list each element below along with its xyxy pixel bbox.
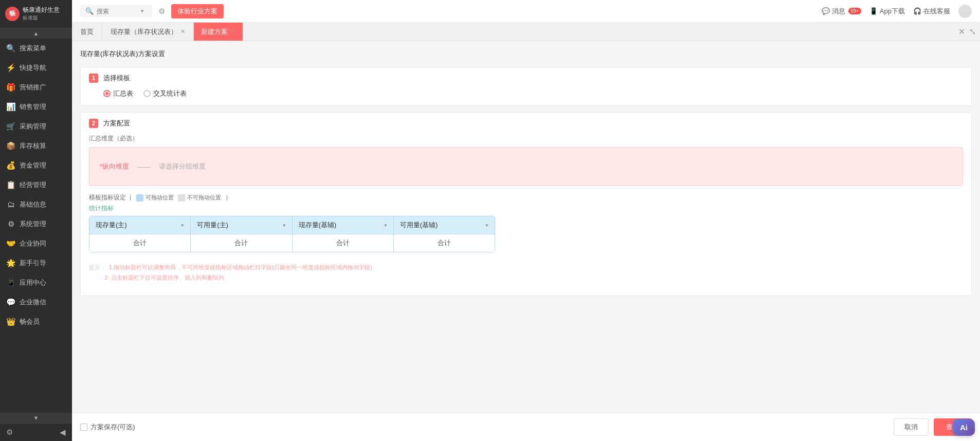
topbar-right: 💬 消息 99+ 📱 App下载 🎧 在线客服: [822, 5, 972, 18]
stats-col-1-label: 可用量(主): [197, 220, 228, 230]
search-menu-icon: 🔍: [6, 44, 15, 53]
logo-badge: 标准版: [23, 14, 60, 22]
user-avatar[interactable]: [958, 5, 972, 18]
radio-cross[interactable]: 交叉统计表: [143, 89, 187, 98]
cooperation-label: 企业协同: [20, 239, 46, 248]
stats-col-1-cell: 合计: [191, 234, 292, 252]
topbar-gear-icon[interactable]: ⚙: [158, 7, 165, 16]
section1-header: 1 选择模板: [81, 67, 971, 89]
tab-inventory-label: 现存量（库存状况表）: [111, 27, 177, 36]
hint-text-1: 提示： 1.拖动标题栏可以调整布局，不可跨维度或指标区域拖动栏目字段(只能在同一…: [89, 263, 963, 273]
stats-col-1-chevron[interactable]: ▾: [283, 222, 286, 229]
stats-col-0-header: 现存量(主) ▾: [89, 216, 190, 234]
purchase-label: 采购管理: [20, 122, 46, 131]
tab-new-scheme-close[interactable]: ✕: [231, 28, 235, 35]
section-template: 1 选择模板 汇总表 交叉统计表: [80, 67, 972, 106]
sidebar-item-finance[interactable]: 💰 资金管理: [0, 156, 72, 175]
save-checkbox[interactable]: [80, 424, 87, 431]
cancel-button[interactable]: 取消: [894, 418, 929, 436]
marketing-label: 营销推广: [20, 83, 46, 92]
tabs-right: ✕ ⤡: [958, 27, 980, 36]
search-icon: 🔍: [85, 7, 94, 15]
stats-col-3-chevron[interactable]: ▾: [485, 222, 488, 229]
sidebar-item-basic-info[interactable]: 🗂 基础信息: [0, 195, 72, 214]
message-badge: 99+: [848, 8, 861, 14]
save-label: 方案保存(可选): [90, 422, 135, 432]
stats-col-0-chevron[interactable]: ▾: [181, 222, 184, 229]
radio-summary[interactable]: 汇总表: [103, 89, 133, 98]
sidebar-item-purchase[interactable]: 🛒 采购管理: [0, 117, 72, 136]
stats-col-0-cell: 合计: [89, 234, 190, 252]
tab-inventory-status[interactable]: 现存量（库存状况表） ✕: [102, 23, 194, 41]
stats-table-header: 现存量(主) ▾ 合计 可用量(主) ▾ 合计: [89, 216, 495, 252]
operation-label: 经营管理: [20, 180, 46, 190]
search-dropdown-icon[interactable]: ▾: [141, 8, 144, 14]
marketing-icon: 🎁: [6, 83, 15, 92]
stats-col-3-label: 可用量(基辅): [400, 220, 438, 230]
page-title: 现存量(库存状况表)方案设置: [80, 49, 972, 59]
wechat-icon: 💬: [6, 298, 15, 307]
settings-icon[interactable]: ⚙: [6, 428, 13, 437]
sidebar-item-system[interactable]: ⚙ 系统管理: [0, 214, 72, 234]
topbar: 🔍 ▾ ⚙ 体验行业方案 💬 消息 99+ 📱 App下载 🎧 在线客服: [72, 0, 980, 23]
tab-close-all-icon[interactable]: ✕: [958, 27, 965, 36]
stats-col-2: 现存量(基辅) ▾ 合计: [293, 216, 394, 252]
sidebar-nav: 🔍 搜索菜单 ⚡ 快捷导航 🎁 营销推广 📊 销售管理 🛒 采购管理 📦 库存核…: [0, 39, 72, 413]
sidebar-item-quick-nav[interactable]: ⚡ 快捷导航: [0, 58, 72, 78]
dimension-separator: ——: [137, 163, 151, 171]
stats-col-1: 可用量(主) ▾ 合计: [191, 216, 292, 252]
sidebar-item-wechat[interactable]: 💬 企业微信: [0, 292, 72, 312]
tab-new-scheme-label: 新建方案: [201, 27, 228, 36]
basic-info-icon: 🗂: [6, 200, 15, 209]
radio-cross-circle: [143, 90, 151, 97]
search-box[interactable]: 🔍 ▾: [80, 5, 152, 17]
inventory-label: 库存核算: [20, 141, 46, 151]
sidebar-item-sales[interactable]: 📊 销售管理: [0, 97, 72, 117]
section2-header: 2 方案配置: [81, 113, 971, 134]
online-service-btn[interactable]: 🎧 在线客服: [913, 7, 950, 16]
tab-new-scheme[interactable]: 新建方案 ✕: [194, 23, 243, 41]
collapse-icon[interactable]: ◀: [60, 428, 66, 437]
sidebar-item-search-menu[interactable]: 🔍 搜索菜单: [0, 39, 72, 58]
sidebar-item-member[interactable]: 👑 畅会员: [0, 312, 72, 332]
dimension-area[interactable]: *纵向维度 —— 请选择分组维度: [89, 147, 963, 186]
new-guide-icon: 🌟: [6, 259, 15, 268]
sidebar-item-new-guide[interactable]: 🌟 新手引导: [0, 253, 72, 273]
stats-col-3-cell: 合计: [394, 234, 495, 252]
headset-icon: 🎧: [913, 7, 921, 15]
sidebar-item-app-center[interactable]: 📱 应用中心: [0, 273, 72, 292]
dimension-required-text: *纵向维度: [100, 162, 129, 171]
sidebar-item-inventory[interactable]: 📦 库存核算: [0, 136, 72, 156]
industry-btn[interactable]: 体验行业方案: [171, 4, 224, 19]
sidebar-bottom: ⚙ ◀: [0, 423, 72, 441]
operation-icon: 📋: [6, 180, 15, 190]
purchase-icon: 🛒: [6, 122, 15, 131]
app-download-btn[interactable]: 📱 App下载: [869, 7, 905, 16]
radio-summary-circle: [103, 90, 111, 97]
sidebar-item-operation[interactable]: 📋 经营管理: [0, 175, 72, 195]
stats-col-2-cell: 合计: [293, 234, 393, 252]
sidebar-item-marketing[interactable]: 🎁 营销推广: [0, 78, 72, 97]
message-btn[interactable]: 💬 消息 99+: [822, 7, 861, 16]
stats-col-2-chevron[interactable]: ▾: [384, 222, 387, 229]
search-input[interactable]: [97, 8, 138, 15]
sales-label: 销售管理: [20, 102, 46, 112]
section2-number: 2: [89, 119, 98, 128]
finance-icon: 💰: [6, 161, 15, 170]
stats-col-0-label: 现存量(主): [96, 220, 127, 230]
tab-home[interactable]: 首页: [72, 23, 102, 41]
save-option: 方案保存(可选): [80, 422, 135, 432]
sidebar-scroll-down[interactable]: ▼: [0, 413, 72, 423]
sidebar-scroll-up[interactable]: ▲: [0, 28, 72, 39]
inventory-icon: 📦: [6, 141, 15, 151]
stats-col-1-header: 可用量(主) ▾: [191, 216, 292, 234]
hint-text-2: 2. 点击标题栏下拉可设置排序、插入列和删除列: [89, 273, 963, 283]
tab-inventory-close[interactable]: ✕: [180, 28, 185, 35]
tab-expand-icon[interactable]: ⤡: [969, 27, 976, 36]
ai-float-button[interactable]: Ai: [953, 419, 975, 436]
section2-body: 汇总维度（必选） *纵向维度 —— 请选择分组维度 模板指标设定（ 可拖动位置: [81, 134, 971, 296]
stats-label: 统计指标: [89, 204, 963, 213]
stats-col-2-label: 现存量(基辅): [299, 220, 337, 230]
sidebar-item-cooperation[interactable]: 🤝 企业协同: [0, 234, 72, 253]
sidebar: 畅 畅康通好生意 标准版 ▲ 🔍 搜索菜单 ⚡ 快捷导航 🎁 营销推广 📊 销售…: [0, 0, 72, 441]
